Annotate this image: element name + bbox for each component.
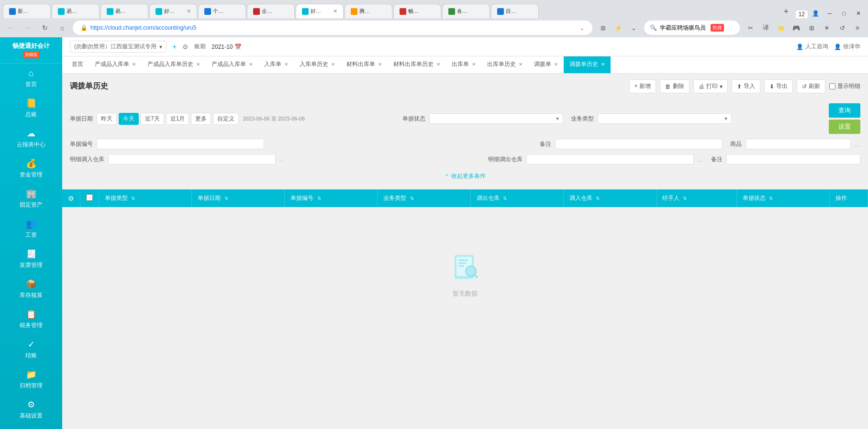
sidebar-item-ledger[interactable]: 📒 总账 bbox=[0, 93, 62, 123]
query-button[interactable]: 查询 bbox=[829, 103, 860, 118]
profile-icon[interactable]: 👤 bbox=[809, 9, 822, 18]
th-status[interactable]: 单据状态 ⇅ bbox=[736, 189, 829, 207]
table-gear-icon[interactable]: ⚙ bbox=[68, 195, 74, 202]
th-date[interactable]: 单据日期 ⇅ bbox=[192, 189, 285, 207]
app-tab-close-out-order[interactable]: ✕ bbox=[472, 62, 476, 67]
tab-count-badge[interactable]: 12 bbox=[796, 11, 808, 18]
sun-icon[interactable]: ☀ bbox=[820, 21, 834, 34]
sidebar-item-wages[interactable]: 👥 工资 bbox=[0, 214, 62, 244]
th-in-wh[interactable]: 调入仓库 ⇅ bbox=[563, 189, 656, 207]
th-biz-type[interactable]: 业务类型 ⇅ bbox=[378, 189, 470, 207]
app-tab-transfer-history[interactable]: 调拨单历史 ✕ bbox=[564, 56, 611, 74]
sidebar-item-inventory[interactable]: 📦 库存核算 bbox=[0, 274, 62, 304]
sidebar-item-basic[interactable]: ⚙ 基础设置 bbox=[0, 395, 62, 425]
search-bar[interactable]: 🔍 学霸应聘场驱鸟员 热搜 bbox=[644, 21, 740, 35]
add-company-btn[interactable]: + bbox=[172, 43, 177, 51]
collapse-button[interactable]: ⌃ 收起更多条件 bbox=[70, 169, 860, 183]
game-icon[interactable]: 🎮 bbox=[790, 21, 803, 34]
app-tab-close-transfer-history[interactable]: ✕ bbox=[601, 62, 605, 67]
sidebar-item-tax[interactable]: 📋 税务管理 bbox=[0, 304, 62, 334]
back-button[interactable]: ← bbox=[4, 21, 17, 34]
print-button[interactable]: 🖨 打印 ▾ bbox=[693, 79, 728, 93]
scissors-icon[interactable]: ✂ bbox=[744, 21, 757, 34]
refresh-button[interactable]: ↺ 刷新 bbox=[797, 79, 825, 93]
detail-out-more-icon[interactable]: ... bbox=[698, 155, 703, 163]
note-input[interactable] bbox=[555, 139, 723, 149]
status-select[interactable]: ▾ bbox=[429, 113, 563, 124]
company-selector[interactable]: (勿删勿禁用）江西服宝测试专用 ▾ bbox=[70, 41, 167, 53]
grid-icon[interactable]: ⊞ bbox=[596, 21, 610, 34]
show-detail-checkbox[interactable] bbox=[829, 83, 835, 89]
app-tab-close-in-history[interactable]: ✕ bbox=[331, 62, 335, 67]
app-tab-product-in[interactable]: 产成品入库单 ✕ bbox=[89, 56, 142, 74]
import-button[interactable]: ⬆ 导入 bbox=[732, 79, 760, 93]
app-tab-close-product-in-history[interactable]: ✕ bbox=[196, 62, 200, 67]
select-all-checkbox[interactable] bbox=[86, 194, 93, 201]
browser-tab-7[interactable]: 好… ✕ bbox=[296, 4, 344, 18]
goods-input[interactable] bbox=[746, 139, 851, 149]
sidebar-item-archive[interactable]: 📁 归档管理 bbox=[0, 364, 62, 395]
app-tab-close-out-history[interactable]: ✕ bbox=[519, 62, 523, 67]
address-input[interactable]: 🔒 https://cloud.chanjet.com/accounting/u… bbox=[73, 21, 592, 35]
date-btn-yesterday[interactable]: 昨天 bbox=[97, 113, 117, 125]
sidebar-item-settle[interactable]: ✓ 结账 bbox=[0, 334, 62, 364]
th-type[interactable]: 单据类型 ⇅ bbox=[99, 189, 192, 207]
biz-type-select[interactable]: ▾ bbox=[598, 113, 732, 124]
home-button[interactable]: ⌂ bbox=[56, 21, 69, 34]
browser-tab-6[interactable]: 企… bbox=[247, 4, 295, 18]
forward-button[interactable]: → bbox=[21, 21, 34, 34]
expand-icon[interactable]: ⌄ bbox=[627, 21, 640, 34]
settings-gear[interactable]: ⚙ bbox=[182, 43, 189, 51]
delete-button[interactable]: 🗑 删除 bbox=[660, 79, 690, 93]
sidebar-item-invoice[interactable]: 🧾 发票管理 bbox=[0, 244, 62, 274]
sidebar-item-guide[interactable]: 📖 新手引导 bbox=[0, 425, 62, 429]
browser-tab-1[interactable]: 新… bbox=[3, 4, 51, 18]
order-no-input[interactable] bbox=[97, 139, 264, 149]
app-tab-in-history[interactable]: 入库单历史 ✕ bbox=[294, 56, 341, 74]
menu-icon[interactable]: ≡ bbox=[851, 21, 864, 34]
goods-more-icon[interactable]: ... bbox=[855, 140, 860, 148]
app-tab-close-product-in2[interactable]: ✕ bbox=[249, 62, 253, 67]
th-no[interactable]: 单据编号 ⇅ bbox=[285, 189, 378, 207]
app-tab-close-material-out[interactable]: ✕ bbox=[378, 62, 382, 67]
date-btn-custom[interactable]: 自定义 bbox=[213, 113, 239, 125]
date-btn-last_month[interactable]: 近1月 bbox=[166, 113, 189, 125]
browser-tab-5[interactable]: 个… bbox=[198, 4, 246, 18]
app-tab-close-transfer[interactable]: ✕ bbox=[554, 62, 558, 67]
app-tab-out-history[interactable]: 出库单历史 ✕ bbox=[481, 56, 528, 74]
browser-tab-4[interactable]: 好… ✕ bbox=[149, 4, 197, 18]
th-checkbox[interactable] bbox=[80, 189, 99, 207]
undo-icon[interactable]: ↺ bbox=[835, 21, 849, 34]
layout-icon[interactable]: ⊞ bbox=[805, 21, 818, 34]
lightning-icon[interactable]: ⚡ bbox=[612, 21, 625, 34]
minimize-button[interactable]: ─ bbox=[823, 9, 836, 18]
th-settings[interactable]: ⚙ bbox=[62, 189, 80, 207]
browser-tab-8[interactable]: 腾… bbox=[345, 4, 392, 18]
reload-button[interactable]: ↻ bbox=[38, 21, 52, 34]
filter-settings-button[interactable]: 设置 bbox=[829, 120, 860, 134]
app-tab-close-material-out-history[interactable]: ✕ bbox=[436, 62, 440, 67]
date-btn-last7[interactable]: 近7天 bbox=[141, 113, 164, 125]
browser-tab-3[interactable]: 易… bbox=[100, 4, 148, 18]
star-icon[interactable]: ⭐ bbox=[774, 21, 788, 34]
close-button[interactable]: ✕ bbox=[852, 9, 865, 18]
app-tab-close-in-order[interactable]: ✕ bbox=[284, 62, 288, 67]
app-tab-material-out[interactable]: 材料出库单 ✕ bbox=[341, 56, 388, 74]
translate-icon[interactable]: 译 bbox=[759, 21, 772, 34]
browser-tab-2[interactable]: 易… bbox=[52, 4, 100, 18]
tab-close-7[interactable]: ✕ bbox=[333, 8, 337, 14]
sidebar-item-capital[interactable]: 💰 资金管理 bbox=[0, 154, 62, 184]
sidebar-item-home[interactable]: ⌂ 首页 bbox=[0, 64, 62, 93]
detail-out-input[interactable] bbox=[526, 154, 694, 165]
browser-tab-9[interactable]: 畅… bbox=[393, 4, 441, 18]
detail-in-input[interactable] bbox=[108, 154, 276, 165]
period-value[interactable]: 2021-10 📅 bbox=[211, 44, 242, 50]
export-button[interactable]: ⬇ 导出 bbox=[764, 79, 793, 93]
browser-tab-10[interactable]: 各… bbox=[442, 4, 490, 18]
app-tab-in-order[interactable]: 入库单 ✕ bbox=[258, 56, 294, 74]
app-tab-home[interactable]: 首页 bbox=[66, 56, 89, 74]
th-out-wh[interactable]: 调出仓库 ⇅ bbox=[470, 189, 563, 207]
browser-tab-11[interactable]: 目… bbox=[491, 4, 539, 18]
date-btn-more[interactable]: 更多 bbox=[191, 113, 211, 125]
app-tab-product-in2[interactable]: 产成品入库单 ✕ bbox=[206, 56, 258, 74]
